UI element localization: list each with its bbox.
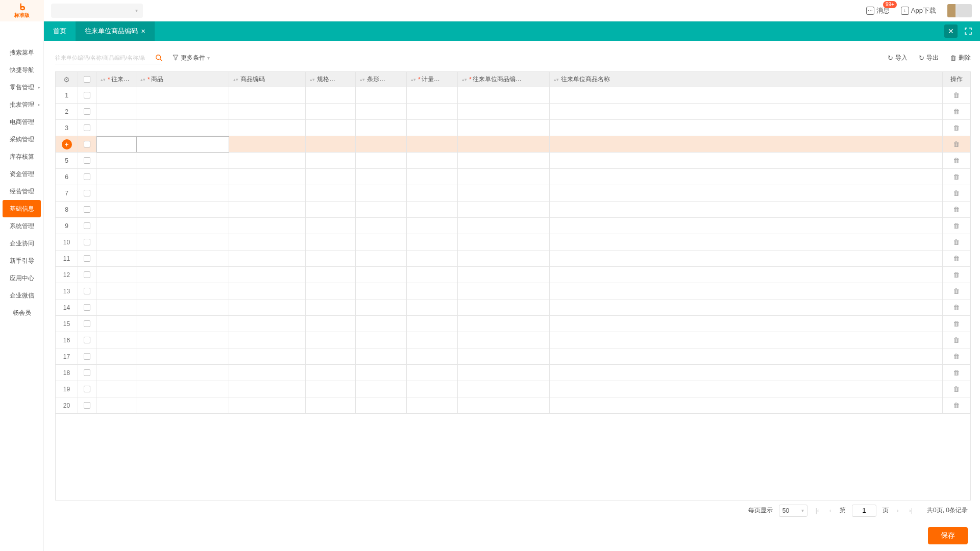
cell[interactable] <box>356 185 407 202</box>
row-checkbox[interactable] <box>84 141 90 147</box>
cell[interactable] <box>407 283 458 299</box>
sidebar-item-6[interactable]: 库存核算 <box>0 148 43 165</box>
column-barcode[interactable]: ▴▾条形… <box>356 72 407 87</box>
cell[interactable] <box>458 136 550 153</box>
column-product-code[interactable]: ▴▾商品编码 <box>229 72 306 87</box>
row-checkbox[interactable] <box>84 369 90 376</box>
cell[interactable] <box>356 120 407 136</box>
cell[interactable] <box>550 283 943 299</box>
row-checkbox[interactable] <box>84 304 90 311</box>
cell[interactable] <box>229 299 306 316</box>
cell[interactable] <box>356 218 407 234</box>
table-row[interactable]: 14🗑 <box>56 299 970 316</box>
cell[interactable] <box>550 251 943 267</box>
column-partner-code[interactable]: ▴▾*往来单位商品编… <box>458 72 550 87</box>
tab-home[interactable]: 首页 <box>44 21 76 41</box>
cell[interactable] <box>458 348 550 365</box>
table-row[interactable]: 19🗑 <box>56 381 970 397</box>
trash-icon[interactable]: 🗑 <box>953 353 960 360</box>
cell[interactable] <box>356 87 407 104</box>
cell[interactable] <box>96 365 136 381</box>
cell[interactable] <box>407 332 458 348</box>
sidebar-item-15[interactable]: 畅会员 <box>0 304 43 321</box>
cell[interactable] <box>407 267 458 283</box>
cell[interactable] <box>458 153 550 169</box>
cell[interactable] <box>306 299 356 316</box>
close-all-tabs-button[interactable]: ✕ <box>944 24 958 38</box>
cell[interactable] <box>136 120 229 136</box>
cell[interactable] <box>550 169 943 185</box>
trash-icon[interactable]: 🗑 <box>953 91 960 99</box>
cell[interactable] <box>356 136 407 153</box>
cell[interactable] <box>407 169 458 185</box>
cell[interactable] <box>407 153 458 169</box>
cell[interactable] <box>306 120 356 136</box>
row-checkbox[interactable] <box>84 337 90 343</box>
trash-icon[interactable]: 🗑 <box>953 255 960 262</box>
cell[interactable] <box>458 218 550 234</box>
cell[interactable] <box>229 332 306 348</box>
cell[interactable] <box>136 381 229 397</box>
row-checkbox[interactable] <box>84 239 90 245</box>
column-unit[interactable]: ▴▾*计量… <box>407 72 458 87</box>
row-checkbox[interactable] <box>84 271 90 278</box>
cell[interactable] <box>407 87 458 104</box>
cell[interactable] <box>356 153 407 169</box>
cell[interactable] <box>96 251 136 267</box>
cell[interactable] <box>356 202 407 218</box>
table-row[interactable]: 7🗑 <box>56 185 970 202</box>
cell[interactable] <box>229 218 306 234</box>
cell[interactable] <box>136 104 229 120</box>
row-checkbox[interactable] <box>84 157 90 164</box>
cell[interactable] <box>458 185 550 202</box>
cell[interactable] <box>306 397 356 414</box>
cell[interactable] <box>356 365 407 381</box>
row-checkbox[interactable] <box>84 190 90 196</box>
cell[interactable] <box>458 120 550 136</box>
cell[interactable] <box>550 104 943 120</box>
cell[interactable] <box>458 104 550 120</box>
cell[interactable] <box>550 234 943 251</box>
add-row-button[interactable]: + <box>62 139 72 149</box>
sidebar-item-1[interactable]: 快捷导航 <box>0 61 43 79</box>
row-checkbox[interactable] <box>84 92 90 98</box>
table-row[interactable]: 18🗑 <box>56 365 970 381</box>
cell[interactable] <box>356 348 407 365</box>
cell[interactable] <box>136 397 229 414</box>
sidebar-item-11[interactable]: 企业协同 <box>0 235 43 252</box>
row-checkbox[interactable] <box>84 108 90 115</box>
cell[interactable] <box>356 104 407 120</box>
cell[interactable] <box>407 381 458 397</box>
sidebar-item-4[interactable]: 电商管理 <box>0 113 43 131</box>
cell[interactable] <box>136 136 229 153</box>
cell[interactable] <box>407 104 458 120</box>
cell[interactable] <box>229 316 306 332</box>
row-checkbox[interactable] <box>84 255 90 262</box>
messages-button[interactable]: ⋯ 消息 99+ <box>866 6 890 15</box>
close-icon[interactable]: ✕ <box>141 28 145 35</box>
column-settings[interactable]: ⚙ <box>56 72 78 87</box>
cell[interactable] <box>229 381 306 397</box>
cell[interactable] <box>306 234 356 251</box>
cell[interactable] <box>356 332 407 348</box>
cell[interactable] <box>96 283 136 299</box>
trash-icon[interactable]: 🗑 <box>953 140 960 148</box>
cell[interactable] <box>96 234 136 251</box>
sidebar-item-5[interactable]: 采购管理 <box>0 131 43 148</box>
table-row[interactable]: 16🗑 <box>56 332 970 348</box>
cell[interactable] <box>96 87 136 104</box>
cell[interactable] <box>306 381 356 397</box>
cell[interactable] <box>407 316 458 332</box>
cell[interactable] <box>306 365 356 381</box>
cell[interactable] <box>229 202 306 218</box>
cell[interactable] <box>407 251 458 267</box>
row-checkbox[interactable] <box>84 222 90 229</box>
per-page-select[interactable]: 50 ▾ <box>779 505 807 517</box>
cell[interactable] <box>306 283 356 299</box>
cell[interactable] <box>550 332 943 348</box>
sidebar-item-9[interactable]: 基础信息 <box>3 200 41 217</box>
trash-icon[interactable]: 🗑 <box>953 157 960 164</box>
cell[interactable] <box>306 267 356 283</box>
cell[interactable] <box>550 397 943 414</box>
row-checkbox[interactable] <box>84 353 90 360</box>
